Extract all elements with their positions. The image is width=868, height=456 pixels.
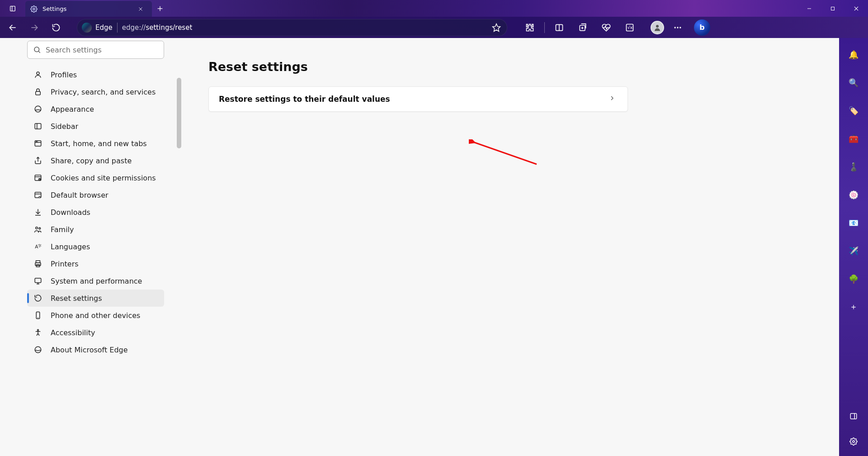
more-button[interactable]: [668, 19, 688, 37]
sidebar-item-privacy[interactable]: Privacy, search, and services: [27, 83, 164, 100]
languages-icon: A字: [33, 242, 42, 251]
url-prefix: edge://: [122, 24, 146, 32]
refresh-button[interactable]: [47, 19, 65, 37]
collections-icon: [578, 23, 587, 32]
extensions-button[interactable]: [520, 19, 540, 37]
sidebar-item-accessibility[interactable]: Accessibility: [27, 324, 164, 341]
profiles-icon: [33, 70, 42, 79]
sidebar-item-label: Reset settings: [51, 294, 102, 303]
sidebar-games-button[interactable]: ♟️: [845, 158, 862, 175]
svg-line-62: [473, 142, 537, 164]
tab-strip: Settings: [0, 0, 168, 17]
svg-point-21: [656, 25, 659, 28]
window-close-button[interactable]: [844, 0, 868, 17]
sidebar-item-label: Downloads: [51, 208, 90, 217]
tab-close-button[interactable]: [136, 4, 146, 14]
bell-icon: 🔔: [849, 50, 859, 59]
panel-icon: [849, 412, 858, 420]
address-bar[interactable]: Edge edge://settings/reset: [77, 19, 507, 36]
person-icon: [653, 24, 661, 32]
sidebar-item-sidebar[interactable]: Sidebar: [27, 118, 164, 135]
sidebar-item-cookies[interactable]: Cookies and site permissions: [27, 169, 164, 186]
about-icon: [33, 345, 42, 354]
ellipsis-icon: [673, 23, 682, 32]
search-icon: [33, 46, 41, 54]
sidebar-item-family[interactable]: Family: [27, 221, 164, 238]
plus-icon: ＋: [849, 301, 858, 312]
sidebar-item-reset[interactable]: Reset settings: [27, 290, 164, 307]
site-identity[interactable]: Edge: [82, 23, 113, 33]
outlook-icon: 📧: [849, 218, 859, 228]
sidebar-icon: [33, 122, 42, 131]
window-minimize-button[interactable]: [797, 0, 821, 17]
bing-chat-button[interactable]: b: [694, 19, 710, 36]
sidebar-item-share[interactable]: Share, copy and paste: [27, 152, 164, 169]
accessibility-icon: [33, 328, 42, 337]
settings-page: ProfilesPrivacy, search, and servicesApp…: [0, 38, 839, 456]
svg-marker-13: [493, 24, 500, 31]
restore-defaults-row[interactable]: Restore settings to their default values: [208, 86, 628, 112]
downloads-icon: [33, 208, 42, 217]
sidebar-shopping-button[interactable]: 🏷️: [845, 102, 862, 119]
performance-button[interactable]: [596, 19, 616, 37]
sidebar-item-about[interactable]: About Microsoft Edge: [27, 341, 164, 358]
sidebar-item-profiles[interactable]: Profiles: [27, 66, 164, 83]
math-icon: √x: [625, 23, 634, 32]
forward-button[interactable]: [25, 19, 43, 37]
settings-search-input[interactable]: [46, 46, 158, 54]
sidebar-m365-button[interactable]: 🍥: [845, 186, 862, 203]
new-tab-button[interactable]: [152, 0, 168, 17]
sidebar-outlook-button[interactable]: 📧: [845, 214, 862, 231]
svg-point-25: [34, 47, 39, 52]
appearance-icon: [33, 104, 42, 114]
sidebar-item-printers[interactable]: Printers: [27, 255, 164, 272]
sidebar-item-appearance[interactable]: Appearance: [27, 100, 164, 118]
sidebar-item-default[interactable]: Default browser: [27, 186, 164, 204]
heart-pulse-icon: [602, 23, 611, 32]
sidebar-hide-button[interactable]: [845, 408, 862, 424]
settings-nav: ProfilesPrivacy, search, and servicesApp…: [0, 66, 181, 358]
math-solver-button[interactable]: √x: [620, 19, 640, 37]
tree-icon: 🌳: [849, 274, 859, 284]
svg-rect-28: [36, 91, 41, 95]
sidebar-settings-button[interactable]: [845, 433, 862, 450]
url-text: edge://settings/reset: [122, 24, 193, 32]
plus-icon: [156, 5, 164, 12]
sidebar-item-label: Appearance: [51, 105, 94, 114]
sidebar-item-system[interactable]: System and performance: [27, 272, 164, 290]
sidebar-item-downloads[interactable]: Downloads: [27, 204, 164, 221]
svg-line-26: [38, 51, 40, 52]
profile-button[interactable]: [651, 21, 664, 34]
sidebar-item-start[interactable]: Start, home, and new tabs: [27, 135, 164, 152]
close-icon: [853, 5, 859, 12]
sidebar-bell-button[interactable]: 🔔: [845, 46, 862, 62]
arrow-left-icon: [8, 23, 17, 32]
browser-tab[interactable]: Settings: [25, 1, 152, 17]
settings-sidebar: ProfilesPrivacy, search, and servicesApp…: [0, 38, 181, 456]
svg-point-61: [35, 347, 41, 353]
separator: [544, 22, 545, 33]
window-maximize-button[interactable]: [821, 0, 844, 17]
sidebar-item-phone[interactable]: Phone and other devices: [27, 307, 164, 324]
collections-button[interactable]: [573, 19, 593, 37]
svg-point-65: [853, 441, 855, 443]
svg-point-34: [36, 142, 37, 142]
favorite-button[interactable]: [489, 20, 504, 35]
maximize-icon: [830, 6, 835, 11]
minimize-icon: [807, 6, 812, 11]
sidebar-add-button[interactable]: ＋: [845, 299, 862, 315]
send-icon: ✈️: [849, 246, 859, 256]
sidebar-efficiency-button[interactable]: 🌳: [845, 271, 862, 287]
tab-actions-button[interactable]: [0, 0, 25, 17]
browser-name-label: Edge: [95, 24, 113, 32]
sidebar-item-languages[interactable]: A字Languages: [27, 238, 164, 255]
back-button[interactable]: [4, 19, 22, 37]
split-screen-button[interactable]: [549, 19, 569, 37]
sidebar-search-button[interactable]: 🔍: [845, 74, 862, 90]
sidebar-drop-button[interactable]: ✈️: [845, 242, 862, 259]
settings-search[interactable]: [27, 41, 164, 59]
sidebar-scrollbar[interactable]: [177, 78, 181, 148]
sidebar-item-label: Languages: [51, 242, 90, 251]
sidebar-tools-button[interactable]: 🧰: [845, 130, 862, 147]
edge-logo-icon: [82, 23, 92, 33]
